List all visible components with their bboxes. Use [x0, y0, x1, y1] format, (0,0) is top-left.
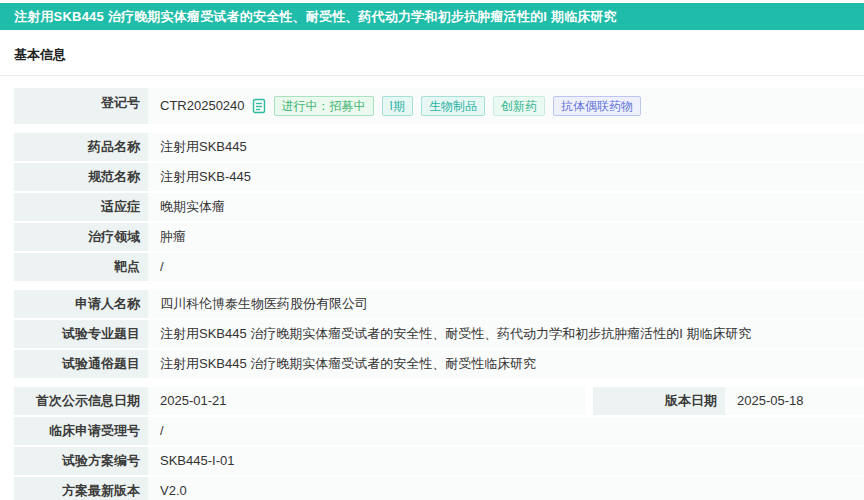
group-drug-info: 药品名称 注射用SKB445 规范名称 注射用SKB-445 适应症 晚期实体瘤…	[14, 133, 864, 281]
table-row-public-title: 试验通俗题目 注射用SKB445 治疗晚期实体瘤受试者的安全性、耐受性临床研究	[14, 350, 864, 378]
row-label: 申请人名称	[14, 290, 148, 318]
group-applicant: 申请人名称 四川科伦博泰生物医药股份有限公司 试验专业题目 注射用SKB445 …	[14, 290, 864, 378]
table-row-protocol-version: 方案最新版本 V2.0	[14, 477, 864, 500]
trial-detail-page: 注射用SKB445 治疗晚期实体瘤受试者的安全性、耐受性、药代动力学和初步抗肿瘤…	[0, 3, 864, 500]
row-label: 方案最新版本	[14, 477, 148, 500]
row-label: 治疗领域	[14, 223, 148, 251]
table-row-drug-name: 药品名称 注射用SKB445	[14, 133, 864, 161]
row-value: V2.0	[148, 477, 864, 500]
table-row-protocol-no: 试验方案编号 SKB445-I-01	[14, 447, 864, 475]
registry-number: CTR20250240	[160, 99, 245, 113]
row-label-version-date: 版本日期	[593, 387, 725, 415]
row-value: 四川科伦博泰生物医药股份有限公司	[148, 290, 864, 318]
row-label: 药品名称	[14, 133, 148, 161]
section-header: 基本信息	[0, 30, 864, 76]
basic-info-table: 登记号 CTR20250240 进行中：招募中 I期 生物制品 创	[0, 76, 864, 500]
row-label: 适应症	[14, 193, 148, 221]
row-value: SKB445-I-01	[148, 447, 864, 475]
row-value: 注射用SKB445	[148, 133, 864, 161]
table-row-therapy-area: 治疗领域 肿瘤	[14, 223, 864, 251]
row-value: /	[148, 253, 864, 281]
document-icon[interactable]	[252, 98, 266, 114]
row-value: 晚期实体瘤	[148, 193, 864, 221]
table-row-applicant: 申请人名称 四川科伦博泰生物医药股份有限公司	[14, 290, 864, 318]
trial-title-bar: 注射用SKB445 治疗晚期实体瘤受试者的安全性、耐受性、药代动力学和初步抗肿瘤…	[0, 3, 864, 30]
table-row-standard-name: 规范名称 注射用SKB-445	[14, 163, 864, 191]
product-type-badge: 生物制品	[421, 96, 485, 116]
trial-title: 注射用SKB445 治疗晚期实体瘤受试者的安全性、耐受性、药代动力学和初步抗肿瘤…	[14, 8, 617, 26]
row-value-area: CTR20250240 进行中：招募中 I期 生物制品 创新药 抗体偶联药物	[148, 88, 864, 124]
row-label: 试验专业题目	[14, 320, 148, 348]
phase-badge: I期	[382, 96, 413, 116]
row-value: 注射用SKB445 治疗晚期实体瘤受试者的安全性、耐受性、药代动力学和初步抗肿瘤…	[148, 320, 864, 348]
status-badge: 进行中：招募中	[274, 96, 374, 116]
innovation-badge: 创新药	[493, 96, 545, 116]
section-title: 基本信息	[14, 47, 66, 62]
row-value: 注射用SKB-445	[148, 163, 864, 191]
group-registration: 登记号 CTR20250240 进行中：招募中 I期 生物制品 创	[14, 88, 864, 124]
table-row-registry: 登记号 CTR20250240 进行中：招募中 I期 生物制品 创	[14, 88, 864, 124]
row-value-version-date: 2025-05-18	[725, 387, 864, 415]
row-label: 规范名称	[14, 163, 148, 191]
row-label: 试验方案编号	[14, 447, 148, 475]
row-label: 首次公示信息日期	[14, 387, 148, 415]
row-value: 肿瘤	[148, 223, 864, 251]
table-row-first-publish-date: 首次公示信息日期 2025-01-21 版本日期 2025-05-18	[14, 387, 864, 415]
row-value: 注射用SKB445 治疗晚期实体瘤受试者的安全性、耐受性临床研究	[148, 350, 864, 378]
row-label: 靶点	[14, 253, 148, 281]
row-value: 2025-01-21	[148, 387, 585, 415]
row-label: 登记号	[14, 88, 148, 124]
split-gap	[585, 387, 593, 415]
table-row-acceptance-no: 临床申请受理号 /	[14, 417, 864, 445]
row-label: 试验通俗题目	[14, 350, 148, 378]
adc-badge: 抗体偶联药物	[553, 96, 641, 116]
table-row-scientific-title: 试验专业题目 注射用SKB445 治疗晚期实体瘤受试者的安全性、耐受性、药代动力…	[14, 320, 864, 348]
group-dates-protocol: 首次公示信息日期 2025-01-21 版本日期 2025-05-18 临床申请…	[14, 387, 864, 500]
table-row-target: 靶点 /	[14, 253, 864, 281]
row-value: /	[148, 417, 864, 445]
table-row-indication: 适应症 晚期实体瘤	[14, 193, 864, 221]
row-label: 临床申请受理号	[14, 417, 148, 445]
